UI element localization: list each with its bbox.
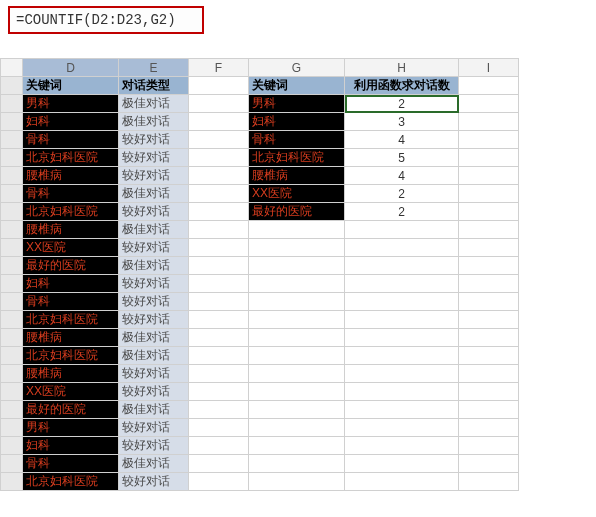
col-header-I[interactable]: I [459,59,519,77]
cell-G20[interactable] [249,419,345,437]
row-header[interactable] [1,95,23,113]
cell-I17[interactable] [459,365,519,383]
row-header[interactable] [1,221,23,239]
cell-F3[interactable] [189,113,249,131]
row-header[interactable] [1,401,23,419]
cell-F19[interactable] [189,401,249,419]
cell-D16[interactable]: 北京妇科医院 [23,347,119,365]
cell-F9[interactable] [189,221,249,239]
cell-E7[interactable]: 极佳对话 [119,185,189,203]
cell-H5[interactable]: 5 [345,149,459,167]
row-header[interactable] [1,257,23,275]
cell-G21[interactable] [249,437,345,455]
col-header-G[interactable]: G [249,59,345,77]
cell-E22[interactable]: 极佳对话 [119,455,189,473]
cell-F2[interactable] [189,95,249,113]
cell-G3[interactable]: 妇科 [249,113,345,131]
row-header[interactable] [1,113,23,131]
cell-I14[interactable] [459,311,519,329]
cell-E8[interactable]: 较好对话 [119,203,189,221]
cell-D8[interactable]: 北京妇科医院 [23,203,119,221]
cell-I8[interactable] [459,203,519,221]
cell-F14[interactable] [189,311,249,329]
cell-H1[interactable]: 利用函数求对话数 [345,77,459,95]
cell-D10[interactable]: XX医院 [23,239,119,257]
cell-G4[interactable]: 骨科 [249,131,345,149]
select-all-corner[interactable] [1,59,23,77]
row-header[interactable] [1,239,23,257]
cell-I7[interactable] [459,185,519,203]
cell-H18[interactable] [345,383,459,401]
cell-D1[interactable]: 关键词 [23,77,119,95]
cell-D14[interactable]: 北京妇科医院 [23,311,119,329]
cell-H3[interactable]: 3 [345,113,459,131]
cell-H20[interactable] [345,419,459,437]
cell-F17[interactable] [189,365,249,383]
cell-I12[interactable] [459,275,519,293]
formula-bar[interactable]: =COUNTIF(D2:D23,G2) [8,6,204,34]
col-header-F[interactable]: F [189,59,249,77]
cell-G5[interactable]: 北京妇科医院 [249,149,345,167]
row-header[interactable] [1,293,23,311]
cell-D17[interactable]: 腰椎病 [23,365,119,383]
cell-G10[interactable] [249,239,345,257]
cell-G22[interactable] [249,455,345,473]
cell-G19[interactable] [249,401,345,419]
cell-I9[interactable] [459,221,519,239]
cell-D12[interactable]: 妇科 [23,275,119,293]
row-header[interactable] [1,473,23,491]
cell-G8[interactable]: 最好的医院 [249,203,345,221]
cell-F12[interactable] [189,275,249,293]
row-header[interactable] [1,365,23,383]
cell-E5[interactable]: 较好对话 [119,149,189,167]
row-header[interactable] [1,185,23,203]
cell-G12[interactable] [249,275,345,293]
cell-D22[interactable]: 骨科 [23,455,119,473]
cell-D19[interactable]: 最好的医院 [23,401,119,419]
cell-H17[interactable] [345,365,459,383]
cell-F1[interactable] [189,77,249,95]
cell-H21[interactable] [345,437,459,455]
cell-I11[interactable] [459,257,519,275]
cell-G17[interactable] [249,365,345,383]
col-header-H[interactable]: H [345,59,459,77]
cell-E13[interactable]: 较好对话 [119,293,189,311]
col-header-D[interactable]: D [23,59,119,77]
row-header[interactable] [1,347,23,365]
row-header[interactable] [1,437,23,455]
cell-F8[interactable] [189,203,249,221]
cell-H2[interactable]: 2 [345,95,459,113]
cell-D20[interactable]: 男科 [23,419,119,437]
cell-H15[interactable] [345,329,459,347]
cell-I20[interactable] [459,419,519,437]
cell-F5[interactable] [189,149,249,167]
cell-F7[interactable] [189,185,249,203]
cell-I4[interactable] [459,131,519,149]
cell-E16[interactable]: 极佳对话 [119,347,189,365]
row-header[interactable] [1,419,23,437]
cell-D13[interactable]: 骨科 [23,293,119,311]
cell-E20[interactable]: 较好对话 [119,419,189,437]
cell-H16[interactable] [345,347,459,365]
cell-G2[interactable]: 男科 [249,95,345,113]
cell-E10[interactable]: 较好对话 [119,239,189,257]
cell-I18[interactable] [459,383,519,401]
cell-G9[interactable] [249,221,345,239]
col-header-E[interactable]: E [119,59,189,77]
cell-F6[interactable] [189,167,249,185]
cell-I1[interactable] [459,77,519,95]
cell-D3[interactable]: 妇科 [23,113,119,131]
cell-H22[interactable] [345,455,459,473]
cell-H23[interactable] [345,473,459,491]
cell-D21[interactable]: 妇科 [23,437,119,455]
cell-I2[interactable] [459,95,519,113]
cell-I10[interactable] [459,239,519,257]
cell-E14[interactable]: 较好对话 [119,311,189,329]
row-header[interactable] [1,455,23,473]
cell-F21[interactable] [189,437,249,455]
row-header[interactable] [1,131,23,149]
cell-H9[interactable] [345,221,459,239]
row-header[interactable] [1,167,23,185]
cell-E2[interactable]: 极佳对话 [119,95,189,113]
cell-E15[interactable]: 极佳对话 [119,329,189,347]
